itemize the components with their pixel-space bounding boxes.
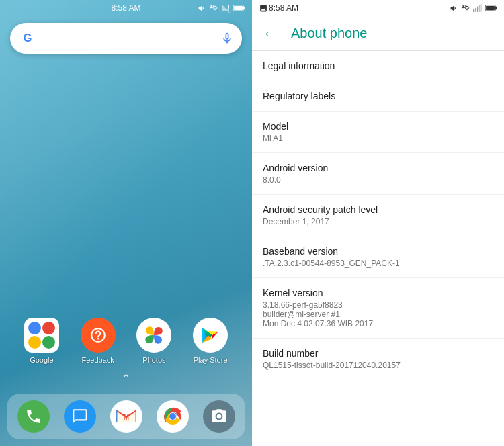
svg-rect-19 [495, 7, 497, 10]
time-left: 8:58 AM [111, 3, 140, 13]
bluetooth-icon-right [439, 3, 447, 13]
svg-rect-3 [234, 6, 243, 11]
google-logo: G [18, 29, 37, 48]
kernel-title: Kernel version [263, 287, 493, 298]
photos-icon [136, 318, 171, 353]
dock-camera[interactable] [203, 400, 235, 433]
status-bar-right: 8:58 AM [252, 0, 504, 16]
status-bar-left: 8:58 AM [0, 0, 252, 16]
dock: M [7, 394, 245, 439]
kernel-value: 3.18.66-perf-ga5f8823 builder@mi-server … [263, 300, 493, 328]
svg-rect-14 [475, 7, 476, 11]
legal-information-title: Legal information [263, 60, 493, 71]
right-panel: 8:58 AM [252, 0, 504, 446]
svg-rect-16 [479, 5, 480, 11]
signal-icon-right [473, 4, 482, 13]
feedback-label: Feedback [81, 356, 114, 364]
build-number-title: Build number [263, 348, 493, 359]
baseband-item[interactable]: Baseband version .TA.2.3.c1-00544-8953_G… [252, 236, 504, 278]
svg-point-12 [169, 413, 176, 420]
model-value: Mi A1 [263, 134, 493, 143]
status-icons-left [187, 3, 245, 13]
left-panel: 8:58 AM [0, 0, 252, 446]
bluetooth-icon [187, 3, 195, 13]
security-patch-item[interactable]: Android security patch level December 1,… [252, 195, 504, 236]
mic-icon[interactable] [220, 32, 234, 45]
app-row: Google Feedback [0, 312, 252, 369]
baseband-value: .TA.2.3.c1-00544-8953_GEN_PACK-1 [263, 259, 493, 268]
playstore-label: Play Store [194, 356, 228, 364]
volume-icon [198, 4, 206, 13]
app-photos[interactable]: Photos [136, 318, 171, 364]
settings-list: Legal information Regulatory labels Mode… [252, 51, 504, 446]
svg-text:G: G [23, 32, 32, 44]
regulatory-labels-item[interactable]: Regulatory labels [252, 81, 504, 112]
legal-information-item[interactable]: Legal information [252, 51, 504, 81]
svg-rect-17 [480, 4, 482, 12]
wifi-off-icon [209, 4, 218, 13]
svg-rect-0 [228, 5, 229, 8]
battery-icon-right [485, 4, 497, 12]
android-version-value: 8.0.0 [263, 175, 493, 185]
battery-icon [233, 4, 245, 12]
android-version-item[interactable]: Android version 8.0.0 [252, 153, 504, 195]
back-button[interactable]: ← [263, 25, 278, 42]
google-label: Google [30, 356, 53, 364]
time-right: 8:58 AM [269, 3, 298, 13]
photos-label: Photos [142, 356, 165, 364]
photo-icon [259, 4, 268, 13]
regulatory-labels-title: Regulatory labels [263, 91, 493, 101]
svg-rect-13 [474, 9, 475, 12]
security-patch-title: Android security patch level [263, 204, 493, 215]
wifi-off-icon-right [461, 4, 470, 13]
app-grid-area: Google Feedback [0, 60, 252, 394]
toolbar-title: About phone [291, 26, 367, 41]
security-patch-value: December 1, 2017 [263, 217, 493, 226]
volume-icon-right [450, 4, 458, 13]
svg-rect-15 [477, 6, 478, 11]
signal-icon [221, 4, 230, 13]
google-icon [24, 318, 59, 353]
build-number-item[interactable]: Build number QL1515-tissot-build-2017120… [252, 339, 504, 380]
search-input[interactable] [44, 38, 220, 39]
dock-messages[interactable] [64, 400, 96, 433]
dock-gmail[interactable]: M [110, 400, 142, 433]
model-title: Model [263, 121, 493, 132]
model-item[interactable]: Model Mi A1 [252, 112, 504, 153]
svg-rect-2 [243, 7, 245, 10]
up-arrow[interactable]: ⌃ [0, 369, 252, 390]
dock-chrome[interactable] [157, 400, 189, 433]
svg-rect-20 [486, 6, 495, 11]
playstore-icon [193, 318, 228, 353]
status-icons-right [439, 3, 497, 13]
about-phone-toolbar: ← About phone [252, 16, 504, 51]
kernel-item[interactable]: Kernel version 3.18.66-perf-ga5f8823 bui… [252, 278, 504, 339]
app-feedback[interactable]: Feedback [81, 318, 116, 364]
build-number-value: QL1515-tissot-build-201712040.20157 [263, 361, 493, 370]
android-version-title: Android version [263, 163, 493, 173]
dock-phone[interactable] [17, 400, 50, 433]
baseband-title: Baseband version [263, 246, 493, 257]
svg-text:M: M [123, 414, 128, 421]
search-bar[interactable]: G [10, 23, 242, 54]
app-google[interactable]: Google [24, 318, 59, 364]
app-playstore[interactable]: Play Store [193, 318, 228, 364]
feedback-icon [81, 318, 116, 353]
